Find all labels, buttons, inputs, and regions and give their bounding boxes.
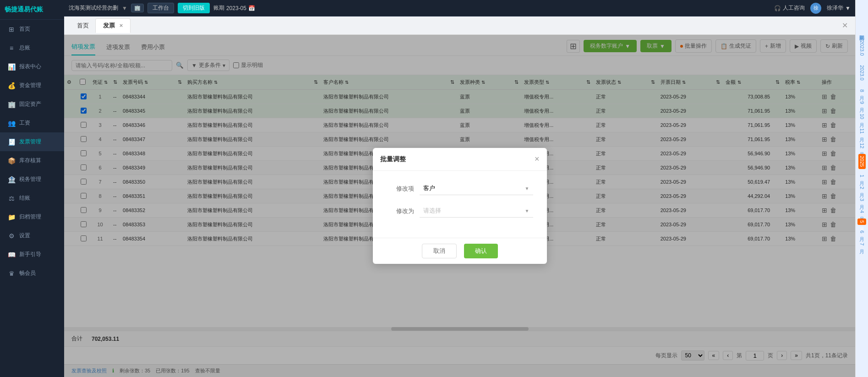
right-panel-2023b[interactable]: 2023.0 xyxy=(857,61,867,84)
invoices-icon: 🧾 xyxy=(7,138,16,146)
tabbar: 首页 发票 × ✕ xyxy=(64,16,855,35)
sidebar-item-reports[interactable]: 📊 报表中心 xyxy=(0,57,64,76)
right-panel-may[interactable]: 5月 xyxy=(857,219,866,225)
sidebar-assets-label: 固定资产 xyxy=(19,100,41,108)
modal-title: 批量调整 xyxy=(380,155,406,164)
period-display: 账期 2023-05 📅 xyxy=(213,4,255,12)
change-chevron-icon: ▼ xyxy=(525,208,530,213)
right-panel-period[interactable]: 期间选 xyxy=(857,27,867,35)
sidebar-tax-label: 税务管理 xyxy=(19,175,41,183)
right-panel-dec[interactable]: 12月 xyxy=(857,139,867,152)
sidebar-item-invoices[interactable]: 🧾 发票管理 xyxy=(0,132,64,151)
sidebar-item-assets[interactable]: 🏢 固定资产 xyxy=(0,95,64,114)
sidebar-funds-label: 资金管理 xyxy=(19,82,41,89)
right-panel-apr[interactable]: 4月 xyxy=(857,207,867,217)
field-value: 客户 xyxy=(423,184,435,192)
sidebar-item-home[interactable]: ⊞ 首页 xyxy=(0,20,64,38)
member-icon: ♛ xyxy=(7,270,16,277)
right-panel-sep[interactable]: 9月 xyxy=(857,98,867,108)
close-window-icon[interactable]: ✕ xyxy=(842,21,848,30)
sidebar-member-label: 畅会员 xyxy=(19,269,36,277)
switch-old-button[interactable]: 切到旧版 xyxy=(178,3,210,13)
calendar-icon[interactable]: 📅 xyxy=(248,5,255,11)
right-panel-oct[interactable]: 10月 xyxy=(857,110,867,123)
user-name: 徐泽华 xyxy=(827,4,843,12)
headset-icon: 🎧 xyxy=(774,5,781,11)
sidebar-item-inventory[interactable]: 📦 库存核算 xyxy=(0,151,64,170)
support-btn[interactable]: 🎧 人工咨询 xyxy=(774,4,805,12)
modal-header: 批量调整 × xyxy=(373,148,547,171)
app-logo: 畅捷通易代账 xyxy=(0,0,64,20)
support-label: 人工咨询 xyxy=(783,4,805,12)
content-area: 销项发票 进项发票 费用小票 ⊞ 税务数字账户 ▼ 取票 ▼ 批量操作 xyxy=(64,35,855,377)
sidebar-item-closing[interactable]: ⚖ 结账 xyxy=(0,189,64,208)
sidebar-guide-label: 新手引导 xyxy=(19,251,41,258)
modal-cancel-button[interactable]: 取消 xyxy=(422,244,457,258)
right-panel-jun[interactable]: 6月 xyxy=(857,227,867,237)
sidebar-item-settings[interactable]: ⚙ 设置 xyxy=(0,226,64,245)
workbench-button[interactable]: 工作台 xyxy=(147,3,174,13)
reports-icon: 📊 xyxy=(7,63,16,71)
user-name-display[interactable]: 徐泽华 ▼ xyxy=(827,4,851,12)
tab-invoice-label: 发票 xyxy=(103,22,115,29)
sidebar-item-ledger[interactable]: ≡ 总账 xyxy=(0,38,64,57)
closing-icon: ⚖ xyxy=(7,195,16,202)
inventory-icon: 📦 xyxy=(7,157,16,164)
topbar: 沈海英测试经营勿删 ▼ 🏢 工作台 切到旧版 账期 2023-05 📅 🎧 人工… xyxy=(64,0,855,16)
right-panel-nov[interactable]: 11月 xyxy=(857,125,867,137)
sidebar-item-funds[interactable]: 💰 资金管理 xyxy=(0,76,64,95)
right-panel-feb[interactable]: 2月 xyxy=(857,183,867,193)
payroll-icon: 👥 xyxy=(7,120,16,127)
sidebar-closing-label: 结账 xyxy=(19,194,30,202)
modal-body: 修改项 客户 ▼ 修改为 请选择 ▼ xyxy=(373,171,547,238)
tab-invoice[interactable]: 发票 × xyxy=(95,18,131,33)
guide-icon: 📖 xyxy=(7,251,16,258)
period-label: 账期 xyxy=(213,4,224,12)
sidebar-item-archive[interactable]: 📁 归档管理 xyxy=(0,208,64,226)
funds-icon: 💰 xyxy=(7,82,16,89)
form-row-field: 修改项 客户 ▼ xyxy=(387,182,533,195)
ledger-icon: ≡ xyxy=(7,44,16,52)
right-panel-aug[interactable]: 8月 xyxy=(857,86,867,96)
field-chevron-icon: ▼ xyxy=(525,186,530,191)
tab-home[interactable]: 首页 xyxy=(71,19,94,33)
modal-close-button[interactable]: × xyxy=(535,154,540,164)
sidebar-settings-label: 设置 xyxy=(19,232,30,240)
right-panel-2025[interactable]: 2025 xyxy=(858,154,866,169)
main-content: 沈海英测试经营勿删 ▼ 🏢 工作台 切到旧版 账期 2023-05 📅 🎧 人工… xyxy=(64,0,855,377)
modal-overlay: 批量调整 × 修改项 客户 ▼ 修改为 xyxy=(64,35,855,377)
right-panel-mar[interactable]: 3月 xyxy=(857,195,867,205)
user-avatar: 徐 xyxy=(810,3,821,14)
settings-icon: ⚙ xyxy=(7,232,16,240)
assets-icon: 🏢 xyxy=(7,101,16,108)
period-value: 2023-05 xyxy=(226,5,246,11)
change-label: 修改为 xyxy=(387,207,414,215)
right-panel-jul[interactable]: 7月 xyxy=(857,239,867,249)
sidebar-inventory-label: 库存核算 xyxy=(19,157,41,164)
topbar-right: 🎧 人工咨询 徐 徐泽华 ▼ xyxy=(774,3,851,14)
modal-confirm-button[interactable]: 确认 xyxy=(464,244,498,258)
field-select[interactable]: 客户 ▼ xyxy=(420,182,533,195)
change-placeholder: 请选择 xyxy=(423,207,441,215)
sidebar-invoices-label: 发票管理 xyxy=(19,138,41,146)
sidebar-ledger-label: 总账 xyxy=(19,44,30,52)
change-select[interactable]: 请选择 ▼ xyxy=(420,204,533,218)
right-panel: 期间选 2023.0 2023.0 8月 9月 10月 11月 12月 2025… xyxy=(855,0,868,377)
sidebar-item-tax[interactable]: 🏦 税务管理 xyxy=(0,170,64,189)
sidebar-archive-label: 归档管理 xyxy=(19,213,41,221)
sidebar-item-guide[interactable]: 📖 新手引导 xyxy=(0,245,64,264)
sidebar-item-member[interactable]: ♛ 畅会员 xyxy=(0,264,64,283)
user-chevron-icon: ▼ xyxy=(845,5,851,11)
sidebar-item-payroll[interactable]: 👥 工资 xyxy=(0,114,64,132)
sidebar-payroll-label: 工资 xyxy=(19,119,30,127)
sidebar: 畅捷通易代账 ⊞ 首页 ≡ 总账 📊 报表中心 💰 资金管理 🏢 固定资产 👥 … xyxy=(0,0,64,377)
tab-close-icon[interactable]: × xyxy=(120,22,123,29)
field-label: 修改项 xyxy=(387,185,414,193)
batch-adjust-modal: 批量调整 × 修改项 客户 ▼ 修改为 xyxy=(373,148,547,264)
right-panel-jan[interactable]: 1月 xyxy=(857,171,867,181)
sidebar-home-label: 首页 xyxy=(19,25,30,33)
right-panel-2023a[interactable]: 2023.0 xyxy=(857,37,867,60)
tax-icon: 🏦 xyxy=(7,176,16,183)
company-icon-btn[interactable]: 🏢 xyxy=(131,4,144,12)
modal-footer: 取消 确认 xyxy=(373,238,547,264)
